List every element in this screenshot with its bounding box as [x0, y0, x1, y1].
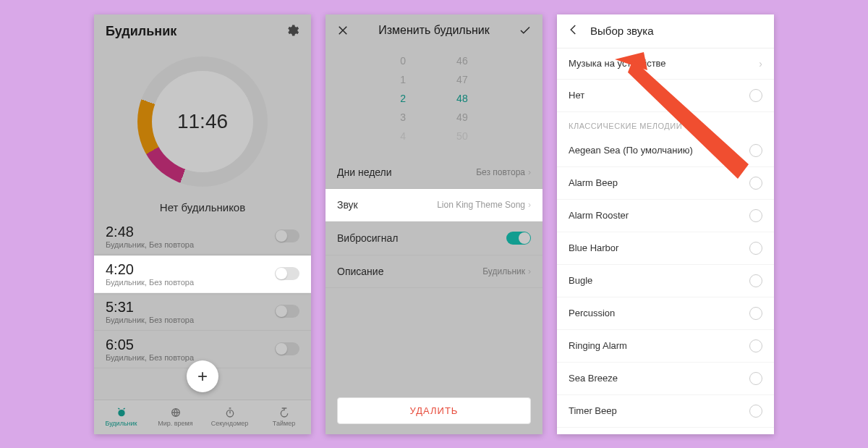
- add-alarm-button[interactable]: +: [187, 360, 218, 392]
- row-days[interactable]: Дни недели Без повтора›: [326, 156, 542, 189]
- header: Изменить будильник: [326, 14, 542, 46]
- page-title: Выбор звука: [590, 25, 653, 37]
- header: Выбор звука: [557, 14, 774, 48]
- row-sound[interactable]: Звук Lion King Theme Song›: [326, 189, 542, 221]
- alarm-toggle[interactable]: [275, 267, 299, 280]
- alarm-time: 6:05: [106, 337, 194, 353]
- nav-timer[interactable]: Таймер: [257, 400, 311, 434]
- page-title: Изменить будильник: [378, 24, 490, 37]
- alarm-sub: Будильник, Без повтора: [106, 353, 194, 362]
- hour-column[interactable]: 0 1 2 3 4: [400, 55, 406, 142]
- page-title: Будильник: [106, 24, 176, 39]
- delete-button[interactable]: УДАЛИТЬ: [337, 397, 531, 424]
- chevron-right-icon: ›: [528, 200, 531, 210]
- radio-icon[interactable]: [749, 89, 762, 102]
- alarm-row[interactable]: 5:31 Будильник, Без повтора: [94, 293, 311, 331]
- screen-edit-alarm: Изменить будильник 0 1 2 3 4 46 47 48 49…: [326, 14, 542, 434]
- radio-icon[interactable]: [749, 177, 762, 190]
- melody-row[interactable]: Blue Harbor: [557, 232, 774, 265]
- header: Будильник: [94, 14, 311, 49]
- chevron-right-icon: ›: [759, 58, 762, 69]
- melody-row[interactable]: Sea Breeze: [557, 363, 774, 395]
- nav-stopwatch[interactable]: Секундомер: [203, 400, 257, 434]
- radio-icon[interactable]: [749, 372, 762, 385]
- nav-label: Секундомер: [211, 420, 248, 427]
- section-header: КЛАССИЧЕСКИЕ МЕЛОДИИ: [557, 112, 774, 135]
- back-icon[interactable]: [567, 23, 580, 39]
- nav-label: Будильник: [105, 420, 137, 427]
- settings-list: Дни недели Без повтора› Звук Lion King T…: [326, 156, 542, 288]
- gear-icon[interactable]: [285, 23, 299, 41]
- melody-row[interactable]: Timer Beep: [557, 395, 774, 428]
- row-vibro[interactable]: Вибросигнал: [326, 221, 542, 255]
- current-time: 11:46: [177, 110, 228, 133]
- close-icon[interactable]: [336, 23, 350, 38]
- chevron-right-icon: ›: [528, 266, 531, 276]
- melody-row[interactable]: Wind Rises: [557, 428, 774, 434]
- svg-point-0: [118, 410, 124, 416]
- bottom-nav: Будильник Мир. время Секундомер Таймер: [94, 400, 311, 434]
- radio-icon[interactable]: [749, 339, 762, 352]
- chevron-right-icon: ›: [528, 167, 531, 177]
- melody-row[interactable]: Alarm Rooster: [557, 200, 774, 232]
- row-description[interactable]: Описание Будильник›: [326, 255, 542, 288]
- alarm-sub: Будильник, Без повтора: [106, 316, 194, 324]
- radio-icon[interactable]: [749, 274, 762, 287]
- nav-label: Таймер: [273, 420, 295, 427]
- melody-row[interactable]: Alarm Beep: [557, 167, 774, 200]
- alarm-sub: Будильник, Без повтора: [106, 278, 194, 287]
- minute-column[interactable]: 46 47 48 49 50: [456, 55, 468, 142]
- radio-icon[interactable]: [749, 209, 762, 222]
- nav-world[interactable]: Мир. время: [148, 400, 203, 434]
- radio-icon[interactable]: [749, 307, 762, 320]
- vibro-toggle[interactable]: [506, 232, 531, 245]
- no-alarms-label: Нет будильников: [94, 187, 311, 218]
- alarm-sub: Будильник, Без повтора: [106, 240, 194, 249]
- radio-icon[interactable]: [749, 144, 762, 157]
- alarm-time: 5:31: [106, 299, 194, 316]
- clock-ring: 11:46: [94, 49, 311, 187]
- melody-row[interactable]: Bugle: [557, 265, 774, 297]
- radio-icon[interactable]: [749, 242, 762, 255]
- row-none[interactable]: Нет: [557, 80, 774, 112]
- alarm-row[interactable]: 4:20 Будильник, Без повтора: [94, 255, 311, 293]
- melody-row[interactable]: Percussion: [557, 297, 774, 330]
- melody-row[interactable]: Ringing Alarm: [557, 330, 774, 363]
- row-music-on-device[interactable]: Музыка на устройстве ›: [557, 48, 774, 80]
- alarm-toggle[interactable]: [275, 342, 299, 355]
- screen-alarm-list: Будильник 11:46 Нет будильников 2:48 Буд…: [94, 14, 311, 434]
- nav-alarm[interactable]: Будильник: [94, 400, 148, 434]
- alarm-time: 2:48: [106, 224, 194, 240]
- melody-row[interactable]: Aegean Sea (По умолчанию): [557, 135, 774, 167]
- radio-icon[interactable]: [749, 405, 762, 418]
- alarm-time: 4:20: [106, 261, 194, 278]
- check-icon[interactable]: [518, 23, 532, 38]
- alarm-row[interactable]: 2:48 Будильник, Без повтора: [94, 218, 311, 255]
- nav-label: Мир. время: [158, 420, 192, 427]
- time-picker[interactable]: 0 1 2 3 4 46 47 48 49 50: [326, 46, 542, 156]
- screen-sound-select: Выбор звука Музыка на устройстве › Нет К…: [557, 14, 774, 434]
- alarm-toggle[interactable]: [275, 229, 299, 242]
- alarm-toggle[interactable]: [275, 305, 299, 318]
